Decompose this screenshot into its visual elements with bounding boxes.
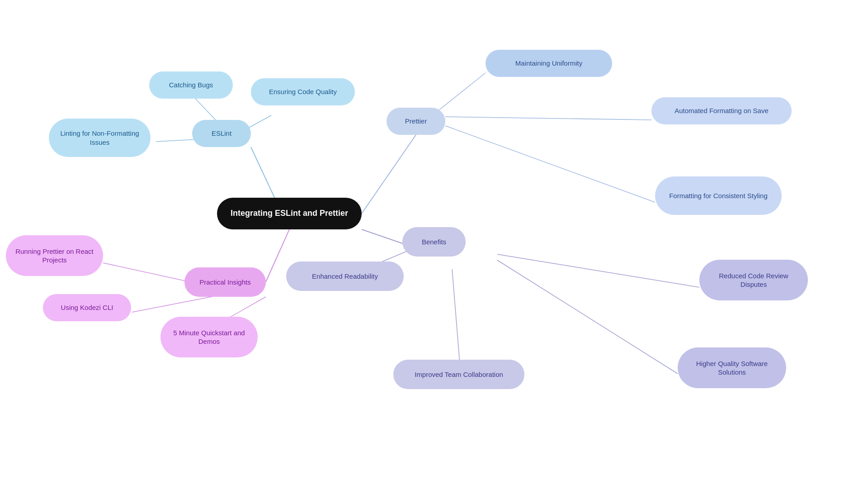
- maintaining-uniformity-label: Maintaining Uniformity: [507, 53, 590, 73]
- catching-bugs-label: Catching Bugs: [161, 75, 222, 95]
- svg-line-6: [445, 117, 651, 120]
- reduced-code-review-label: Reduced Code Review Disputes: [699, 266, 808, 295]
- reduced-code-review-node[interactable]: Reduced Code Review Disputes: [699, 260, 808, 300]
- ensuring-code-quality-node[interactable]: Ensuring Code Quality: [251, 78, 355, 105]
- mind-map: Integrating ESLint and Prettier ESLint C…: [0, 0, 868, 490]
- prettier-node[interactable]: Prettier: [387, 108, 445, 135]
- linting-label: Linting for Non-Formatting Issues: [49, 124, 151, 152]
- svg-line-7: [445, 126, 655, 202]
- enhanced-readability-label: Enhanced Readability: [304, 266, 386, 286]
- svg-line-10: [132, 294, 225, 312]
- maintaining-uniformity-node[interactable]: Maintaining Uniformity: [486, 50, 612, 77]
- running-prettier-label: Running Prettier on React Projects: [6, 242, 103, 270]
- svg-line-4: [362, 135, 416, 214]
- quickstart-node[interactable]: 5 Minute Quickstart and Demos: [160, 317, 258, 357]
- svg-line-8: [266, 229, 289, 282]
- benefits-node[interactable]: Benefits: [402, 227, 466, 257]
- prettier-label: Prettier: [397, 111, 435, 131]
- linting-node[interactable]: Linting for Non-Formatting Issues: [49, 119, 151, 157]
- using-kodezi-node[interactable]: Using Kodezi CLI: [43, 294, 131, 321]
- quickstart-label: 5 Minute Quickstart and Demos: [160, 323, 258, 352]
- formatting-consistent-node[interactable]: Formatting for Consistent Styling: [655, 176, 782, 215]
- center-label: Integrating ESLint and Prettier: [222, 203, 356, 224]
- higher-quality-label: Higher Quality Software Solutions: [678, 354, 786, 382]
- center-node[interactable]: Integrating ESLint and Prettier: [217, 198, 362, 229]
- practical-insights-node[interactable]: Practical Insights: [184, 267, 266, 297]
- benefits-label: Benefits: [414, 232, 454, 252]
- catching-bugs-node[interactable]: Catching Bugs: [149, 71, 233, 99]
- automated-formatting-label: Automated Formatting on Save: [666, 101, 777, 121]
- eslint-node[interactable]: ESLint: [192, 120, 251, 147]
- formatting-consistent-label: Formatting for Consistent Styling: [661, 186, 776, 206]
- svg-line-15: [497, 254, 699, 287]
- eslint-label: ESLint: [203, 124, 240, 143]
- svg-line-16: [497, 260, 678, 374]
- enhanced-readability-node[interactable]: Enhanced Readability: [286, 262, 404, 291]
- higher-quality-node[interactable]: Higher Quality Software Solutions: [678, 347, 786, 388]
- running-prettier-node[interactable]: Running Prettier on React Projects: [6, 235, 103, 276]
- practical-insights-label: Practical Insights: [191, 272, 259, 292]
- ensuring-code-quality-label: Ensuring Code Quality: [261, 82, 345, 102]
- svg-line-2: [246, 115, 271, 129]
- using-kodezi-label: Using Kodezi CLI: [53, 298, 122, 318]
- improved-team-node[interactable]: Improved Team Collaboration: [393, 360, 524, 389]
- svg-line-14: [452, 269, 461, 374]
- automated-formatting-node[interactable]: Automated Formatting on Save: [651, 97, 792, 124]
- improved-team-label: Improved Team Collaboration: [406, 365, 511, 385]
